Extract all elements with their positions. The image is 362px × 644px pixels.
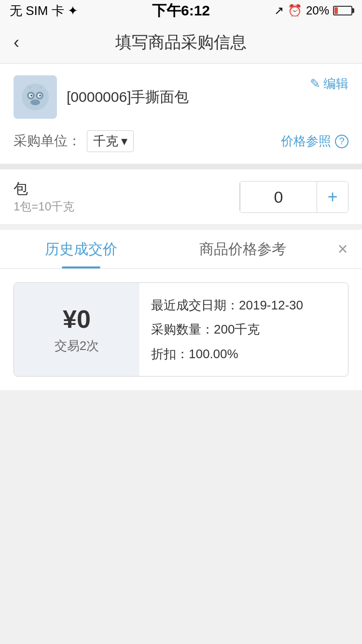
battery-icon [333, 6, 352, 15]
detail-discount-key: 折扣： [151, 347, 189, 361]
unit-label: 采购单位： [14, 133, 81, 148]
quantity-conversion: 1包=10千克 [14, 199, 74, 214]
status-time: 下午6:12 [152, 1, 210, 21]
price-number: 0 [77, 305, 91, 333]
help-icon: ? [335, 135, 348, 148]
tab-history-label: 历史成交价 [45, 239, 117, 259]
price-symbol: ¥ [63, 305, 77, 333]
history-trades-label: 交易2次 [55, 337, 99, 354]
edit-label: 编辑 [323, 75, 348, 92]
quantity-label: 包 1包=10千克 [14, 179, 74, 214]
tabs-row: 历史成交价 商品价格参考 × [0, 230, 362, 268]
section-divider [0, 164, 362, 169]
unit-arrow-icon: ▾ [121, 134, 127, 149]
tabs-container: 历史成交价 商品价格参考 × [0, 230, 362, 269]
product-card: [0000006]手撕面包 ✎ 编辑 采购单位： 千克 ▾ 价格参照 ? [0, 64, 362, 164]
history-detail-discount: 折扣：100.00% [151, 345, 336, 363]
history-detail-quantity: 采购数量：200千克 [151, 321, 336, 338]
quantity-plus-button[interactable]: + [317, 182, 348, 212]
alarm-icon: ⏰ [288, 4, 302, 17]
product-header: [0000006]手撕面包 ✎ 编辑 [14, 75, 348, 119]
svg-point-5 [30, 95, 32, 97]
nav-bar: ‹ 填写商品采购信息 [0, 21, 362, 64]
quantity-unit-name: 包 [14, 179, 74, 199]
tab-history-price[interactable]: 历史成交价 [0, 230, 162, 268]
carrier-text: 无 SIM 卡 ✦ [10, 2, 78, 19]
svg-point-0 [22, 84, 49, 111]
history-price-value: ¥0 [63, 305, 91, 334]
product-unit-row: 采购单位： 千克 ▾ 价格参照 ? [14, 130, 348, 152]
product-left: [0000006]手撕面包 [14, 75, 189, 119]
product-image [14, 75, 57, 119]
detail-date-key: 最近成交日期： [151, 298, 239, 312]
page-title: 填写商品采购信息 [115, 31, 247, 54]
product-name: [0000006]手撕面包 [67, 87, 189, 107]
tab-product-price-ref[interactable]: 商品价格参考 [162, 230, 323, 268]
detail-qty-value: 200千克 [214, 322, 260, 336]
detail-discount-value: 100.00% [189, 347, 238, 361]
edit-icon: ✎ [310, 76, 320, 91]
unit-select-dropdown[interactable]: 千克 ▾ [87, 130, 134, 152]
unit-value: 千克 [93, 133, 118, 150]
status-bar: 无 SIM 卡 ✦ 下午6:12 ↗ ⏰ 20% [0, 0, 362, 21]
quantity-row: 包 1包=10千克 0 + [0, 169, 362, 224]
quantity-value: 0 [240, 182, 317, 212]
tab-product-label: 商品价格参考 [199, 239, 286, 259]
bottom-area [0, 390, 362, 644]
location-icon: ↗ [274, 4, 284, 17]
battery-fill [334, 7, 338, 14]
detail-date-value: 2019-12-30 [239, 298, 303, 312]
back-button[interactable]: ‹ [14, 32, 19, 53]
history-card: ¥0 交易2次 最近成交日期：2019-12-30 采购数量：200千克 折扣：… [14, 282, 348, 377]
history-price-panel: ¥0 交易2次 [14, 283, 139, 376]
unit-label-group: 采购单位： 千克 ▾ [14, 130, 134, 152]
quantity-control: 0 + [239, 181, 348, 213]
tabs-close-button[interactable]: × [323, 230, 362, 268]
battery-percent: 20% [306, 4, 329, 17]
history-details-panel: 最近成交日期：2019-12-30 采购数量：200千克 折扣：100.00% [139, 283, 348, 376]
edit-button[interactable]: ✎ 编辑 [310, 75, 348, 92]
status-right-group: ↗ ⏰ 20% [274, 4, 352, 17]
history-detail-date: 最近成交日期：2019-12-30 [151, 296, 336, 314]
history-content: ¥0 交易2次 最近成交日期：2019-12-30 采购数量：200千克 折扣：… [0, 269, 362, 390]
price-reference-button[interactable]: 价格参照 ? [281, 133, 348, 150]
price-ref-label: 价格参照 [281, 133, 331, 150]
detail-qty-key: 采购数量： [151, 322, 214, 336]
svg-point-6 [39, 95, 41, 97]
